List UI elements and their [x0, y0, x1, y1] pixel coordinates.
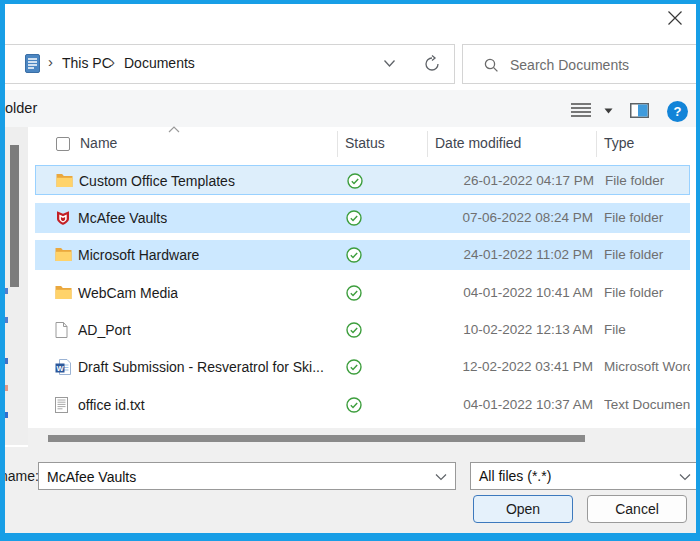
- select-all-checkbox[interactable]: [56, 137, 70, 151]
- file-date-modified: 10-02-2022 12:13 AM: [435, 315, 593, 345]
- address-dropdown-chevron-icon[interactable]: [383, 59, 396, 68]
- breadcrumb-separator: ›: [110, 53, 115, 70]
- command-toolbar: [0, 90, 700, 127]
- file-date-modified: 12-02-2022 03:41 PM: [435, 352, 593, 382]
- file-type: File folder: [604, 240, 690, 270]
- file-type-dropdown-chevron-icon: [679, 473, 691, 481]
- breadcrumb-documents[interactable]: Documents: [124, 55, 195, 71]
- new-folder-button[interactable]: older: [5, 90, 37, 127]
- open-file-dialog: › This PC › Documents older ? Name Statu…: [0, 0, 700, 541]
- word-document-icon: W: [55, 359, 72, 375]
- file-type: File folder: [604, 278, 690, 308]
- file-name: Microsoft Hardware: [78, 240, 199, 270]
- file-name-combobox[interactable]: [38, 462, 456, 490]
- folder-icon: [55, 285, 72, 301]
- help-button[interactable]: ?: [667, 101, 688, 122]
- file-row-ad-port[interactable]: AD_Port 10-02-2022 12:13 AM File: [35, 315, 690, 345]
- file-date-modified: 07-06-2022 08:24 PM: [435, 203, 593, 233]
- column-header-type[interactable]: Type: [604, 127, 634, 160]
- nav-pane-icon-fragment: [5, 412, 8, 418]
- window-border-bottom: [0, 533, 700, 541]
- file-name-input[interactable]: [45, 466, 429, 488]
- folder-icon: [56, 173, 73, 189]
- column-divider: [427, 131, 428, 157]
- file-type: Text Document: [604, 390, 690, 420]
- file-row-microsoft-hardware[interactable]: Microsoft Hardware 24-01-2022 11:02 PM F…: [35, 240, 690, 270]
- file-date-modified: 24-01-2022 11:02 PM: [435, 240, 593, 270]
- file-row-office-id-txt[interactable]: office id.txt 04-01-2022 10:37 AM Text D…: [35, 390, 690, 420]
- sort-ascending-icon[interactable]: [168, 126, 180, 133]
- nav-pane-icon-fragment: [5, 288, 8, 294]
- column-header-date-modified[interactable]: Date modified: [435, 127, 521, 160]
- status-available-icon: [346, 359, 362, 375]
- window-border-left: [0, 0, 5, 541]
- column-header-status[interactable]: Status: [345, 127, 385, 160]
- status-available-icon: [346, 397, 362, 413]
- blank-file-icon: [55, 322, 72, 338]
- file-name: WebCam Media: [78, 278, 178, 308]
- file-name: AD_Port: [78, 315, 131, 345]
- file-date-modified: 04-01-2022 10:37 AM: [435, 390, 593, 420]
- status-available-icon: [346, 285, 362, 301]
- search-icon: [483, 57, 499, 73]
- file-type-selected-value: All files (*.*): [479, 463, 551, 489]
- nav-pane-icon-fragment: [5, 317, 8, 323]
- svg-text:W: W: [56, 364, 64, 373]
- view-dropdown-triangle-icon[interactable]: [604, 108, 613, 114]
- cancel-button[interactable]: Cancel: [587, 495, 687, 523]
- horizontal-scrollbar-thumb[interactable]: [48, 435, 585, 442]
- file-name: Draft Submission - Resveratrol for Ski..…: [78, 352, 324, 382]
- vertical-scrollbar-thumb[interactable]: [10, 145, 19, 287]
- column-divider: [596, 131, 597, 157]
- file-type: File: [604, 315, 690, 345]
- window-border-top: [0, 0, 700, 4]
- window-border-right: [696, 0, 700, 541]
- open-button[interactable]: Open: [473, 495, 573, 523]
- file-name: McAfee Vaults: [78, 203, 167, 233]
- file-name: office id.txt: [78, 390, 145, 420]
- breadcrumb-this-pc[interactable]: This PC: [62, 55, 112, 71]
- column-divider: [337, 131, 338, 157]
- preview-pane-icon[interactable]: [630, 103, 649, 118]
- file-name-dropdown-chevron-icon[interactable]: [435, 473, 447, 481]
- file-date-modified: 04-01-2022 10:41 AM: [435, 278, 593, 308]
- status-available-icon: [346, 322, 362, 338]
- list-view-icon[interactable]: [571, 103, 591, 117]
- status-available-icon: [347, 173, 363, 189]
- file-type: Microsoft Word: [604, 352, 690, 382]
- file-name-label: name:: [0, 462, 34, 490]
- mcafee-shield-icon: [55, 210, 72, 226]
- close-button[interactable]: [662, 6, 688, 30]
- folder-icon: [55, 247, 72, 263]
- file-name: Custom Office Templates: [79, 166, 235, 196]
- text-document-icon: [55, 397, 72, 413]
- nav-pane-icon-fragment: [5, 358, 8, 364]
- search-input[interactable]: [508, 52, 682, 78]
- status-available-icon: [346, 210, 362, 226]
- file-date-modified: 26-01-2022 04:17 PM: [436, 166, 594, 196]
- file-row-webcam-media[interactable]: WebCam Media 04-01-2022 10:41 AM File fo…: [35, 278, 690, 308]
- file-row-mcafee-vaults[interactable]: McAfee Vaults 07-06-2022 08:24 PM File f…: [35, 203, 690, 233]
- file-row-custom-office-templates[interactable]: Custom Office Templates 26-01-2022 04:17…: [35, 165, 690, 195]
- breadcrumb-separator: ›: [48, 53, 53, 70]
- refresh-icon[interactable]: [423, 55, 441, 73]
- file-type: File folder: [605, 166, 691, 196]
- file-type-select[interactable]: All files (*.*): [470, 462, 700, 490]
- column-header-name[interactable]: Name: [80, 127, 117, 160]
- documents-folder-icon: [25, 54, 40, 73]
- status-available-icon: [346, 247, 362, 263]
- file-type: File folder: [604, 203, 690, 233]
- close-icon: [667, 10, 683, 26]
- nav-pane-icon-fragment: [5, 385, 8, 391]
- file-row-draft-submission[interactable]: W Draft Submission - Resveratrol for Ski…: [35, 352, 690, 382]
